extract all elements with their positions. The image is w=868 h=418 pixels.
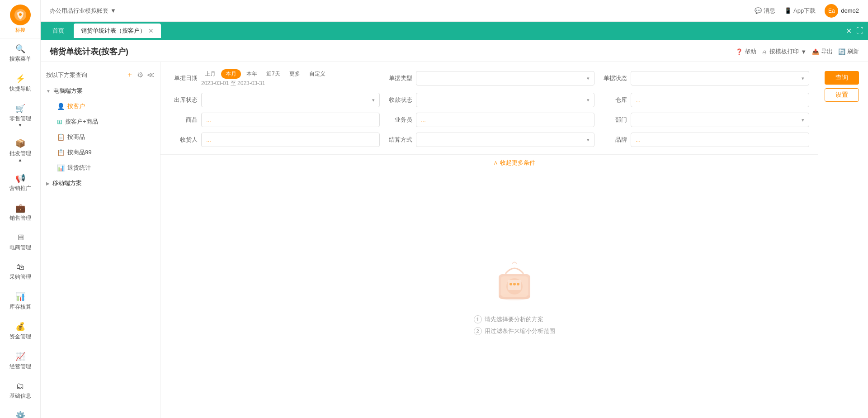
sidebar-item-purchase[interactable]: 🛍 采购管理: [0, 257, 40, 286]
scheme-category-mobile[interactable]: ▶ 移动端方案: [41, 176, 160, 191]
message-button[interactable]: 💬 消息: [755, 7, 775, 15]
collapse-panel-icon[interactable]: ≪: [147, 71, 155, 79]
sidebar-item-finance[interactable]: 💰 资金管理: [0, 316, 40, 346]
query-button[interactable]: 查询: [825, 71, 859, 85]
tab-close-icon[interactable]: ✕: [148, 28, 154, 34]
filter-row-4: 收货人 ... 结算方式 ▾: [170, 133, 809, 147]
app-selector[interactable]: 办公用品行业模拟账套 ▼: [50, 7, 116, 15]
app-download-button[interactable]: 📱 App下载: [784, 7, 816, 15]
scheme-item-by-customer[interactable]: 👤 按客户: [41, 99, 160, 114]
date-tab-this-year[interactable]: 本年: [243, 69, 261, 79]
sidebar-item-inventory[interactable]: 📊 库存核算: [0, 286, 40, 316]
arrow-right-icon: ▶: [46, 181, 50, 186]
tab-home[interactable]: 首页: [45, 24, 71, 38]
scheme-item-label: 按商品99: [67, 148, 91, 157]
filter-out-status: 出库状态 ▾: [170, 93, 380, 107]
date-tab-this-month[interactable]: 本月: [221, 69, 241, 79]
wholesale-icon: 📦: [15, 138, 25, 148]
nav-icon: ⚡: [15, 74, 25, 84]
desktop-scheme-label: 电脑端方案: [53, 87, 83, 95]
print-icon: 🖨: [762, 48, 768, 55]
sidebar-item-marketing[interactable]: 📢 营销推广: [0, 168, 40, 198]
filter-staff: 业务员 ...: [384, 113, 594, 127]
sidebar-item-search[interactable]: 🔍 搜索菜单: [0, 38, 40, 68]
scheme-item-by-goods-99[interactable]: 📋 按商品99: [41, 145, 160, 160]
top-header: 办公用品行业模拟账套 ▼ 💬 消息 📱 App下载 Ea demo2: [41, 0, 868, 22]
sidebar-item-ecom[interactable]: 🖥 电商管理: [0, 228, 40, 257]
brand-dots: ...: [636, 137, 641, 143]
help-icon: ❓: [736, 48, 743, 55]
mobile-scheme-label: 移动端方案: [52, 179, 82, 187]
date-tab-custom[interactable]: 自定义: [306, 69, 329, 79]
header-left: 办公用品行业模拟账套 ▼: [50, 7, 116, 15]
panel-title: 按以下方案查询: [46, 71, 87, 79]
sidebar-item-retail[interactable]: 🛒 零售管理 ▼: [0, 98, 40, 133]
finance-icon: 💰: [15, 322, 25, 332]
sidebar-item-wholesale[interactable]: 📦 批发管理 ▲: [0, 133, 40, 168]
goods-select[interactable]: ...: [201, 113, 380, 127]
print-chevron: ▼: [801, 48, 807, 55]
sidebar-item-operation[interactable]: 📈 经营管理: [0, 346, 40, 376]
dept-select[interactable]: ▾: [631, 113, 809, 127]
settlement-label: 结算方式: [384, 136, 416, 144]
scheme-item-by-goods[interactable]: 📋 按商品: [41, 129, 160, 145]
status-select[interactable]: ▾: [631, 71, 809, 86]
empty-state: 1 请先选择要分析的方案 2 用过滤条件来缩小分析范围: [160, 171, 868, 418]
help-button[interactable]: ❓ 帮助: [736, 48, 756, 56]
logo-text: 标搜: [15, 27, 25, 33]
empty-tips: 1 请先选择要分析的方案 2 用过滤条件来缩小分析范围: [474, 315, 555, 335]
sidebar-item-quick-nav[interactable]: ⚡ 快捷导航: [0, 68, 40, 98]
date-tab-7days[interactable]: 近7天: [263, 69, 284, 79]
user-profile[interactable]: Ea demo2: [825, 4, 859, 18]
message-label: 消息: [764, 7, 775, 15]
scheme-item-label: 按商品: [67, 133, 85, 141]
sidebar-logo: 标搜: [0, 0, 40, 38]
query-buttons: 查询 设置: [825, 71, 859, 102]
filter-wrapper: 单据日期 上月 本月 本年 近7天 更多 自定义: [160, 62, 868, 155]
date-tab-more[interactable]: 更多: [286, 69, 304, 79]
download-label: App下载: [793, 7, 816, 15]
tab-bar-right: ✕ ⛶: [846, 27, 863, 35]
sidebar-item-sales[interactable]: 💼 销售管理: [0, 198, 40, 228]
collapse-bar[interactable]: ∧ 收起更多条件: [160, 155, 868, 171]
date-tab-prev-month[interactable]: 上月: [201, 69, 219, 79]
ecom-icon: 🖥: [16, 233, 24, 242]
staff-label: 业务员: [384, 116, 416, 124]
filter-container: 单据日期 上月 本月 本年 近7天 更多 自定义: [160, 62, 868, 155]
date-range-display: 2023-03-01 至 2023-03-31: [201, 80, 380, 87]
settlement-select[interactable]: ▾: [416, 133, 594, 147]
panel-header: 按以下方案查询 ＋ ⚙ ≪: [41, 66, 160, 83]
right-panel: 单据日期 上月 本月 本年 近7天 更多 自定义: [160, 62, 868, 418]
type-select[interactable]: ▾: [416, 71, 594, 86]
brand-select[interactable]: ...: [631, 133, 809, 147]
export-label: 导出: [821, 48, 833, 56]
tip-num-1: 1: [474, 315, 482, 323]
marketing-icon: 📢: [15, 173, 25, 183]
settings-button[interactable]: 设置: [825, 88, 859, 102]
export-button[interactable]: 📤 导出: [812, 48, 833, 56]
tab-close-all-icon[interactable]: ✕: [846, 27, 852, 35]
scheme-item-by-customer-goods[interactable]: ⊞ 按客户+商品: [41, 114, 160, 129]
sidebar-item-system[interactable]: ⚙️ 系统管理: [0, 405, 40, 418]
scheme-item-return-stat[interactable]: 📊 退货统计: [41, 160, 160, 176]
sidebar-item-basic[interactable]: 🗂 基础信息: [0, 376, 40, 405]
print-button[interactable]: 🖨 按模板打印 ▼: [762, 48, 807, 56]
warehouse-dots: ...: [636, 97, 641, 104]
tab-maximize-icon[interactable]: ⛶: [856, 27, 863, 35]
scheme-category-desktop[interactable]: ▼ 电脑端方案: [41, 83, 160, 99]
refresh-button[interactable]: 🔄 刷新: [838, 48, 859, 56]
svg-point-7: [509, 283, 512, 285]
tab-sales-stat[interactable]: 销货单统计表（按客户） ✕: [74, 24, 161, 38]
out-status-select[interactable]: ▾: [201, 93, 380, 107]
receiver-label: 收货人: [170, 136, 201, 144]
receiver-select[interactable]: ...: [201, 133, 380, 147]
receiver-dots: ...: [206, 137, 211, 143]
receipt-status-label: 收款状态: [384, 96, 416, 104]
receipt-status-select[interactable]: ▾: [416, 93, 594, 107]
warehouse-select[interactable]: ...: [631, 93, 809, 107]
staff-select[interactable]: ...: [416, 113, 594, 127]
retail-icon: 🛒: [15, 104, 25, 114]
add-scheme-button[interactable]: ＋: [126, 70, 133, 80]
settings-scheme-icon[interactable]: ⚙: [137, 71, 143, 79]
grid-icon: ⊞: [57, 118, 62, 125]
